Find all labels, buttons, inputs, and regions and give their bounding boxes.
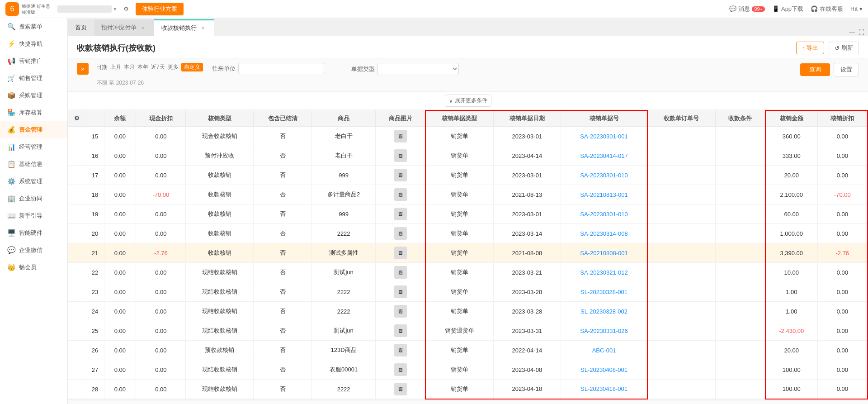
online-service-button[interactable]: 🎧 在线客服 [811, 5, 843, 13]
filter-toggle-button[interactable]: » [77, 63, 89, 75]
sidebar-item-inventory[interactable]: 🏪库存核算 [0, 104, 67, 121]
date-opt-last-month[interactable]: 上月 [110, 63, 121, 71]
sidebar-item-hardware[interactable]: 🖥️智能硬件 [0, 224, 67, 242]
table-row: 21 0.00 -2.76 收款核销 否 测试多属性 🖼 销货单 2021-08… [68, 243, 868, 263]
cell-cancel-voucher-type: 销货单 [425, 243, 493, 263]
sidebar-item-sales[interactable]: 🛒销售管理 [0, 70, 67, 87]
date-opt-custom[interactable]: 自定义 [181, 63, 203, 71]
cell-balance: 0.00 [104, 263, 136, 282]
sidebar-item-member[interactable]: 👑畅会员 [0, 259, 67, 276]
cancel-no-link[interactable]: SL-20230418-001 [580, 385, 627, 392]
cell-cancel-type: 现结收款核销 [186, 380, 253, 399]
sidebar-item-operation[interactable]: 📊经营管理 [0, 138, 67, 156]
cell-cancel-no: SA-20210808-001 [561, 243, 648, 263]
cell-goods-img: 🖼 [375, 185, 425, 204]
date-opt-7days[interactable]: 近7天 [151, 63, 165, 71]
cell-receipt-order-no [647, 166, 715, 185]
cancel-no-link[interactable]: ABC-001 [592, 347, 616, 354]
expand-more-button[interactable]: ∨ 展开更多条件 [445, 95, 491, 107]
sidebar-item-label: 智能硬件 [19, 229, 42, 237]
cell-cancel-voucher-type: 销货单 [425, 341, 493, 360]
user-menu[interactable]: Rit ▾ [850, 5, 863, 12]
cancel-no-link[interactable]: SA-20230331-026 [580, 328, 628, 334]
cell-receipt-order-no [647, 127, 715, 146]
cancel-no-link[interactable]: SA-20230414-017 [580, 152, 628, 159]
cell-cancel-discount: 0.00 [817, 380, 868, 399]
table-header-row: ⚙ 余额 现金折扣 核销类型 包含已结清 商品 商品图片 核销单据类型 核销单据… [68, 110, 868, 127]
cell-cancel-voucher-type: 销货单 [425, 224, 493, 243]
cancel-no-link[interactable]: SA-20210813-001 [580, 191, 628, 198]
cell-rownum: 19 [86, 204, 104, 224]
sidebar-item-system[interactable]: ⚙️系统管理 [0, 173, 67, 190]
cell-goods: 多计量商品2 [312, 185, 376, 204]
settings-button[interactable]: 设置 [834, 63, 859, 76]
sidebar-item-wechat[interactable]: 💬企业微信 [0, 242, 67, 259]
cancel-no-link[interactable]: SL-20230408-001 [580, 366, 627, 373]
cancel-no-link[interactable]: SL-20230328-002 [580, 308, 627, 315]
sidebar-item-corp[interactable]: 🏢企业协同 [0, 190, 67, 207]
sidebar-item-guide[interactable]: 📖新手引导 [0, 207, 67, 224]
cancel-no-link[interactable]: SA-20230301-010 [580, 211, 628, 218]
sidebar-item-finance[interactable]: 💰资金管理 [0, 121, 67, 138]
sidebar-item-shortcut[interactable]: ⚡快捷导航 [0, 35, 67, 52]
tab-expand-icon[interactable]: ⛶ [859, 29, 864, 36]
cell-cancel-type: 收款核销 [186, 185, 253, 204]
sidebar-item-search[interactable]: 🔍搜索菜单 [0, 18, 67, 35]
cell-receipt-condition [715, 360, 765, 380]
tab-receipt-cancel[interactable]: 收款核销执行 × [154, 19, 214, 36]
filter-dots: ... [333, 63, 342, 70]
date-opt-this-month[interactable]: 本月 [124, 63, 135, 71]
expand-more-bar: ∨ 展开更多条件 [68, 92, 868, 110]
cell-balance: 0.00 [104, 321, 136, 341]
org-selector[interactable]: ▾ [57, 5, 117, 13]
sidebar-item-purchase[interactable]: 📦采购管理 [0, 87, 67, 104]
industry-solution-button[interactable]: 体验行业方案 [136, 3, 184, 15]
tab-home[interactable]: 首页 [68, 19, 94, 36]
refresh-button[interactable]: ↺ 刷新 [829, 42, 859, 54]
cancel-no-link[interactable]: SA-20210808-001 [580, 250, 628, 257]
refresh-label: 刷新 [841, 44, 853, 52]
col-settings[interactable]: ⚙ [68, 110, 86, 127]
sidebar-item-label: 搜索菜单 [19, 23, 42, 31]
sidebar-item-marketing[interactable]: 📢营销推广 [0, 52, 67, 70]
cancel-no-link[interactable]: SA-20230301-010 [580, 172, 628, 179]
cancel-no-link[interactable]: SA-20230321-012 [580, 269, 628, 276]
tab-minimize-icon[interactable]: — [849, 29, 855, 36]
message-button[interactable]: 💬 消息 99+ [729, 5, 765, 13]
partner-input[interactable] [238, 63, 324, 74]
cell-goods-img: 🖼 [375, 224, 425, 243]
cell-cancel-no: SL-20230328-002 [561, 302, 648, 321]
cancel-no-link[interactable]: SL-20230328-001 [580, 289, 627, 295]
cell-included-settled: 否 [253, 341, 312, 360]
gear-button[interactable]: ⚙ [120, 3, 132, 15]
cell-cancel-no: SL-20230408-001 [561, 360, 648, 380]
col-cancel-no: 核销单据号 [561, 110, 648, 127]
table-row: 26 0.00 0.00 预收款核销 否 123D商品 🖼 销货单 2022-0… [68, 341, 868, 360]
tab-receipt-cancel-close[interactable]: × [199, 24, 207, 32]
table-wrapper[interactable]: ⚙ 余额 现金折扣 核销类型 包含已结清 商品 商品图片 核销单据类型 核销单据… [68, 110, 868, 404]
query-button[interactable]: 查询 [800, 63, 830, 76]
cancel-no-link[interactable]: SA-20230301-001 [580, 133, 628, 140]
cell-cash-discount: 0.00 [136, 341, 186, 360]
date-opt-this-year[interactable]: 本年 [137, 63, 148, 71]
date-opt-more[interactable]: 更多 [168, 63, 179, 71]
export-button[interactable]: ↑ 导出 [796, 42, 825, 54]
cell-cancel-amount: 2,100.00 [765, 185, 817, 204]
table-row: 27 0.00 0.00 现结收款核销 否 衣服00001 🖼 销货单 2023… [68, 360, 868, 380]
cell-cancel-no: SA-20210813-001 [561, 185, 648, 204]
sidebar-item-basic[interactable]: 📋基础信息 [0, 156, 67, 173]
tab-prepay[interactable]: 预付冲应付单 × [94, 19, 154, 36]
cell-goods-img: 🖼 [375, 263, 425, 282]
voucher-type-select[interactable] [377, 63, 459, 75]
org-name [57, 5, 112, 13]
cell-cancel-date: 2023-04-08 [493, 360, 561, 380]
sidebar-item-label: 库存核算 [19, 109, 42, 117]
cell-cancel-discount: -70.00 [817, 185, 868, 204]
chevron-down-icon: ▾ [113, 5, 117, 12]
cell-rownum: 26 [86, 341, 104, 360]
col-settings-icon[interactable]: ⚙ [74, 115, 80, 122]
app-download-button[interactable]: 📱 App下载 [772, 5, 803, 13]
tab-prepay-close[interactable]: × [139, 24, 146, 31]
filter-bar: » 日期 上月 本月 本年 近7天 更多 自定义 [68, 58, 868, 92]
cancel-no-link[interactable]: SA-20230314-008 [580, 230, 628, 237]
